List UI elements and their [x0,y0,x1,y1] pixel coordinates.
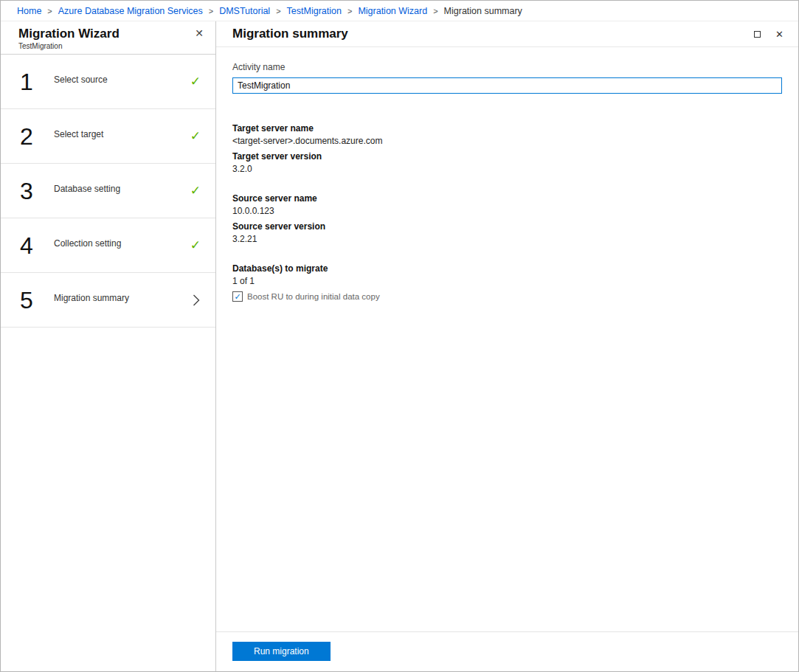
summary-row: Target server name <target-server>.docum… [232,123,782,146]
chevron-right-icon [192,294,201,307]
summary-row: Target server version 3.2.0 [232,151,782,174]
wizard-panel-filler [1,328,215,671]
summary-row: Source server version 3.2.21 [232,221,782,244]
boost-ru-label: Boost RU to during initial data copy [247,292,380,301]
check-icon: ✓ [190,239,201,252]
summary-row: Database(s) to migrate 1 of 1 [232,263,782,286]
wizard-step-select-source[interactable]: 1 Select source ✓ [1,55,215,109]
field-label: Target server name [232,123,782,134]
check-icon: ✓ [190,184,201,197]
step-number: 1 [20,70,54,94]
wizard-subtitle: TestMigration [18,42,186,50]
wizard-step-collection-setting[interactable]: 4 Collection setting ✓ [1,218,215,273]
body-row: Migration Wizard TestMigration ✕ 1 Selec… [1,21,798,671]
summary-row: Source server name 10.0.0.123 [232,193,782,216]
field-label: Database(s) to migrate [232,263,782,274]
step-number: 4 [20,234,54,257]
step-number: 3 [20,179,54,203]
breadcrumb-item-dmstutorial[interactable]: DMSTutorial [219,6,270,16]
app-window: Home > Azure Database Migration Services… [0,0,799,672]
check-icon: ✓ [190,75,201,88]
summary-footer: Run migration [216,631,798,671]
field-value: 3.2.21 [232,234,782,244]
wizard-step-database-setting[interactable]: 3 Database setting ✓ [1,164,215,218]
step-label: Select target [54,129,190,144]
breadcrumb-separator-icon: > [47,7,52,15]
run-migration-button[interactable]: Run migration [232,642,331,661]
breadcrumb-item-current: Migration summary [444,6,522,16]
breadcrumb-separator-icon: > [276,7,280,15]
boost-ru-row: ✓ Boost RU to during initial data copy [232,291,782,302]
activity-name-input[interactable] [232,77,782,94]
step-label: Select source [54,75,190,89]
field-value: 10.0.0.123 [232,206,782,216]
breadcrumb-separator-icon: > [347,7,352,15]
wizard-panel: Migration Wizard TestMigration ✕ 1 Selec… [1,21,216,671]
source-server-section: Source server name 10.0.0.123 Source ser… [232,193,782,244]
activity-name-label: Activity name [232,62,782,72]
close-icon[interactable]: ✕ [775,30,784,39]
wizard-panel-header: Migration Wizard TestMigration ✕ [1,21,215,55]
wizard-step-migration-summary[interactable]: 5 Migration summary [1,273,215,328]
page-title: Migration summary [232,27,754,41]
field-label: Source server version [232,221,782,232]
check-icon: ✓ [190,130,201,142]
step-label: Collection setting [54,238,190,253]
step-label: Database setting [54,184,190,198]
wizard-step-select-target[interactable]: 2 Select target ✓ [1,109,215,164]
databases-section: Database(s) to migrate 1 of 1 ✓ Boost RU… [232,263,782,302]
target-server-section: Target server name <target-server>.docum… [232,123,782,174]
window-controls: ✕ [754,30,784,39]
step-number: 5 [20,288,54,312]
breadcrumb-separator-icon: > [209,7,213,15]
maximize-icon[interactable] [754,31,761,38]
close-icon[interactable]: ✕ [195,28,204,38]
field-value: 3.2.0 [232,164,782,174]
step-number: 2 [20,125,54,148]
summary-content: Activity name Target server name <target… [216,47,798,631]
breadcrumb-item-testmigration[interactable]: TestMigration [287,6,342,16]
breadcrumb-item-dms-services[interactable]: Azure Database Migration Services [58,6,203,16]
summary-sections: Target server name <target-server>.docum… [232,123,782,302]
breadcrumb: Home > Azure Database Migration Services… [1,1,798,21]
field-value: 1 of 1 [232,276,782,286]
boost-ru-checkbox[interactable]: ✓ [232,291,243,302]
wizard-title: Migration Wizard [18,27,186,41]
summary-panel-header: Migration summary ✕ [216,21,798,47]
field-label: Target server version [232,151,782,162]
summary-panel: Migration summary ✕ Activity name Target… [216,21,798,671]
breadcrumb-item-home[interactable]: Home [17,6,41,16]
field-value: <target-server>.documents.azure.com [232,136,782,146]
breadcrumb-separator-icon: > [433,7,437,15]
field-label: Source server name [232,193,782,204]
step-label: Migration summary [54,293,192,308]
breadcrumb-item-migration-wizard[interactable]: Migration Wizard [358,6,427,16]
